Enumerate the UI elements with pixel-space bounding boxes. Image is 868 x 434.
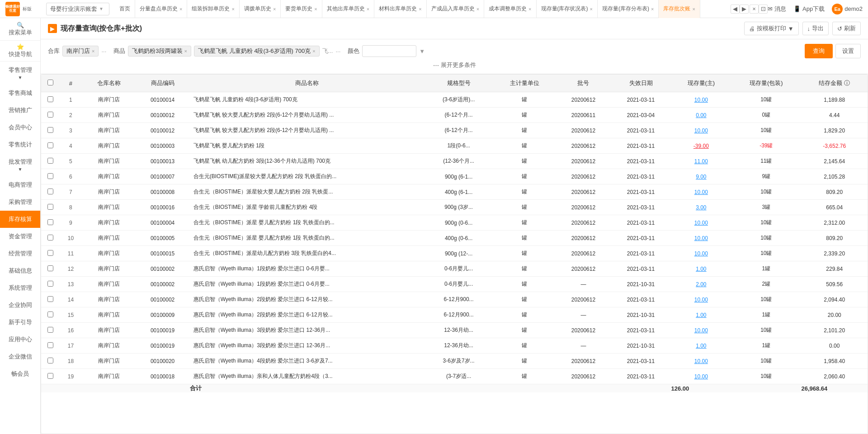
cell-qty-main[interactable]: 2.00: [671, 277, 731, 292]
sidebar-item-member-center[interactable]: 会员中心: [0, 119, 40, 136]
tab-要货单历史[interactable]: 要货单历史 ×: [281, 0, 322, 18]
row-checkbox[interactable]: [47, 204, 53, 210]
tab-其他出库单历史[interactable]: 其他出库单历史 ×: [322, 0, 374, 18]
tab-调拨单历史[interactable]: 调拨单历史 ×: [240, 0, 281, 18]
sidebar-item-finance[interactable]: 资金管理: [0, 228, 40, 245]
row-checkbox[interactable]: [47, 281, 53, 287]
sidebar-item-marketing[interactable]: 营销推广: [0, 102, 40, 119]
cell-qty-main[interactable]: 10.00: [671, 354, 731, 369]
cell-checkbox[interactable]: [41, 292, 59, 307]
cell-qty-main[interactable]: 10.00: [671, 246, 731, 261]
settings-button[interactable]: 设置: [835, 44, 861, 58]
warehouse-tag[interactable]: 南岸门店 ×: [62, 46, 99, 57]
tab-maximize[interactable]: ⊡: [759, 5, 768, 14]
cell-checkbox[interactable]: [41, 307, 59, 323]
cell-qty-main[interactable]: 10.00: [671, 323, 731, 338]
sidebar-item-retail-mgmt[interactable]: 零售管理 ▼: [0, 61, 40, 85]
cell-qty-main[interactable]: 10.00: [671, 231, 731, 246]
row-checkbox[interactable]: [47, 142, 53, 148]
row-checkbox[interactable]: [47, 173, 53, 179]
cell-qty-main[interactable]: 10.00: [671, 123, 731, 138]
print-btn[interactable]: 🖨 按模板打印 ▼: [744, 22, 799, 35]
row-checkbox[interactable]: [47, 112, 53, 118]
tab-分量盘点单历史[interactable]: 分量盘点单历史 ×: [135, 0, 187, 18]
cell-checkbox[interactable]: [41, 108, 59, 123]
tab-产成品入库单历史[interactable]: 产成品入库单历史 ×: [427, 0, 484, 18]
cell-qty-main[interactable]: 0.00: [671, 108, 731, 123]
row-checkbox[interactable]: [47, 189, 53, 194]
cell-checkbox[interactable]: [41, 138, 59, 154]
cell-checkbox[interactable]: [41, 123, 59, 138]
app-download-btn[interactable]: 📱 App下载: [793, 5, 825, 13]
sidebar-item-inventory[interactable]: 库存核算: [0, 211, 40, 228]
cell-qty-main[interactable]: 3.00: [671, 200, 731, 215]
tab-现存量库存分布表[interactable]: 现存量(库存分布表) ×: [598, 0, 659, 18]
cell-qty-main[interactable]: 10.00: [671, 184, 731, 200]
goods-tag-1-close-icon[interactable]: ×: [184, 48, 187, 54]
cell-qty-main[interactable]: 9.00: [671, 169, 731, 184]
color-input[interactable]: [362, 45, 416, 57]
row-checkbox[interactable]: [47, 96, 53, 102]
goods-tag-2-close-icon[interactable]: ×: [312, 48, 315, 54]
sidebar-item-retail-shop[interactable]: 零售商城: [0, 85, 40, 102]
tab-close-icon[interactable]: ×: [273, 6, 276, 12]
tab-库存批次账[interactable]: 库存批次账 ×: [659, 0, 700, 18]
industry-selector[interactable]: 母婴行业演示账套 ▼: [46, 3, 109, 15]
cell-qty-main[interactable]: 1.00: [671, 261, 731, 277]
cell-qty-main[interactable]: 11.00: [671, 154, 731, 169]
tab-close-icon[interactable]: ×: [367, 6, 369, 12]
cell-qty-main[interactable]: -39.00: [671, 138, 731, 154]
cell-checkbox[interactable]: [41, 338, 59, 354]
tab-close-icon[interactable]: ×: [590, 6, 593, 12]
goods-tag-1[interactable]: 飞鹤奶粉3段两罐装 ×: [128, 46, 191, 57]
cell-checkbox[interactable]: [41, 215, 59, 231]
row-checkbox[interactable]: [47, 296, 53, 302]
row-checkbox[interactable]: [47, 358, 53, 363]
cell-checkbox[interactable]: [41, 323, 59, 338]
msg-btn[interactable]: ✉ 消息: [768, 5, 786, 13]
tab-close-icon[interactable]: ×: [314, 6, 317, 12]
row-checkbox[interactable]: [47, 373, 53, 379]
tab-home[interactable]: 首页: [115, 0, 135, 18]
cell-checkbox[interactable]: [41, 169, 59, 184]
cell-checkbox[interactable]: [41, 231, 59, 246]
cell-qty-main[interactable]: 10.00: [671, 92, 731, 108]
sidebar-item-retail-stats[interactable]: 零售统计: [0, 136, 40, 153]
tab-close-icon[interactable]: ×: [692, 6, 695, 12]
goods-more-icon[interactable]: 飞...: [322, 47, 333, 55]
cell-checkbox[interactable]: [41, 246, 59, 261]
sidebar-item-system[interactable]: 系统管理: [0, 279, 40, 297]
expand-more-btn[interactable]: ⋯ 展开更多条件: [433, 61, 476, 69]
row-checkbox[interactable]: [47, 219, 53, 225]
query-button[interactable]: 查询: [805, 44, 833, 58]
sidebar-item-ecommerce[interactable]: 电商管理: [0, 176, 40, 193]
warehouse-more-icon[interactable]: ···: [101, 48, 106, 55]
sidebar-item-guide[interactable]: 新手引导: [0, 314, 40, 331]
tab-close-icon[interactable]: ×: [231, 6, 234, 12]
user-avatar[interactable]: Ea demo2: [832, 4, 863, 14]
tab-close-icon[interactable]: ×: [651, 6, 654, 12]
tab-close-icon[interactable]: ×: [528, 6, 531, 12]
select-all-checkbox[interactable]: [47, 80, 53, 85]
row-checkbox[interactable]: [47, 311, 53, 317]
search-menu-btn[interactable]: 🔍 搜索菜单: [0, 18, 40, 41]
cell-checkbox[interactable]: [41, 200, 59, 215]
tab-close-icon[interactable]: ×: [419, 6, 421, 12]
cell-qty-main[interactable]: 1.00: [671, 338, 731, 354]
tab-现存量库存状况表[interactable]: 现存量(库存状况表) ×: [537, 0, 598, 18]
tab-nav-next[interactable]: ▶: [740, 5, 749, 14]
tab-成本调整单历史[interactable]: 成本调整单历史 ×: [484, 0, 536, 18]
warehouse-tag-close-icon[interactable]: ×: [92, 48, 94, 54]
sidebar-toggle-btn[interactable]: ▶: [48, 24, 57, 33]
row-checkbox[interactable]: [47, 127, 53, 133]
tab-close-icon[interactable]: ×: [476, 6, 479, 12]
row-checkbox[interactable]: [47, 327, 53, 333]
sidebar-item-basic-info[interactable]: 基础信息: [0, 262, 40, 279]
tab-nav-prev[interactable]: ◀: [731, 5, 740, 14]
goods-tag-2[interactable]: 飞鹤星飞帆 儿童奶粉 4段(3-6岁适用) 700克 ×: [194, 46, 320, 57]
cell-qty-main[interactable]: 1.00: [671, 307, 731, 323]
sidebar-item-app-center[interactable]: 应用中心: [0, 331, 40, 348]
tab-close-icon[interactable]: ×: [179, 6, 182, 12]
row-checkbox[interactable]: [47, 265, 53, 271]
export-btn[interactable]: ↓ 导出: [802, 22, 829, 35]
